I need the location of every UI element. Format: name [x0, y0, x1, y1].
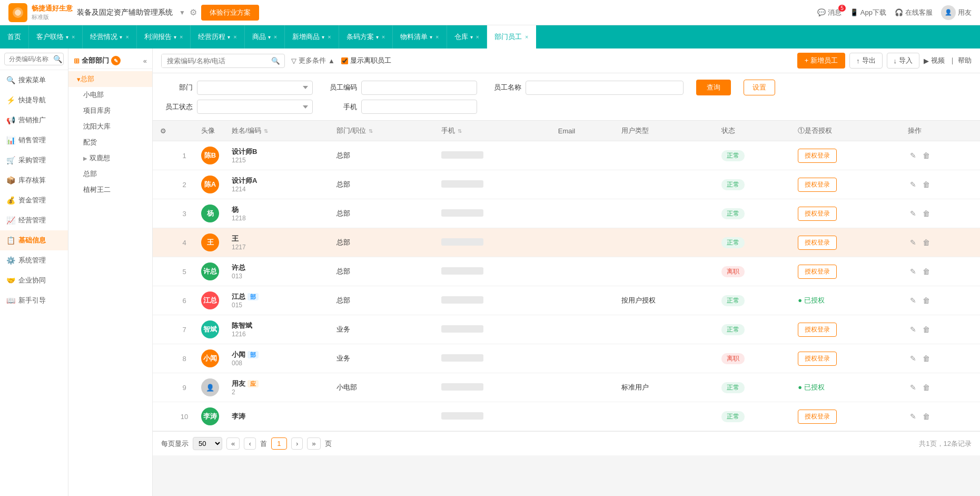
help-btn[interactable]: ｜ 帮助	[949, 56, 972, 65]
edit-btn[interactable]: ✎	[908, 208, 918, 219]
first-page-btn[interactable]: «	[226, 437, 240, 450]
auth-btn[interactable]: 授权登录	[798, 236, 837, 250]
sidebar-item-sales[interactable]: 📊 销售管理	[0, 130, 68, 150]
col-settings[interactable]: ⚙	[153, 121, 174, 141]
tab-close[interactable]: ×	[435, 34, 439, 40]
next-page-btn[interactable]: ›	[291, 437, 303, 450]
user-btn[interactable]: 👤 用友	[941, 5, 972, 20]
tree-item-shuanglu[interactable]: ▶ 双鹿想	[68, 150, 152, 166]
col-dept[interactable]: 部门/职位 ⇅	[330, 121, 435, 141]
tree-item-peihuo[interactable]: 配货	[68, 134, 152, 150]
tab-bom[interactable]: 物料清单 ▾ ×	[393, 25, 447, 48]
tab-profit[interactable]: 利润报告 ▾ ×	[137, 25, 191, 48]
tree-item-zongbu-sub[interactable]: 总部	[68, 166, 152, 182]
tab-close[interactable]: ×	[180, 34, 183, 40]
edit-btn[interactable]: ✎	[908, 353, 918, 364]
col-phone[interactable]: 手机 ⇅	[435, 121, 552, 141]
delete-btn[interactable]: 🗑	[920, 295, 932, 306]
delete-btn[interactable]: 🗑	[920, 382, 932, 393]
delete-btn[interactable]: 🗑	[920, 208, 932, 219]
tab-close[interactable]: ×	[476, 34, 479, 40]
edit-btn[interactable]: ✎	[908, 179, 918, 190]
sidebar-item-collab[interactable]: 🤝 企业协同	[0, 270, 68, 290]
edit-btn[interactable]: ✎	[908, 266, 918, 277]
sidebar-item-guide[interactable]: 📖 新手引导	[0, 290, 68, 310]
sidebar-item-system[interactable]: ⚙️ 系统管理	[0, 250, 68, 270]
tab-close-active[interactable]: ×	[525, 34, 528, 40]
more-filters-btn[interactable]: ▽ 更多条件 ▲	[291, 56, 335, 65]
tree-item-zongbu-main[interactable]: ▾ 总部	[68, 71, 152, 87]
tab-close[interactable]: ×	[328, 34, 331, 40]
message-btn[interactable]: 💬 消息 5	[817, 8, 842, 17]
phone-input[interactable]	[361, 100, 477, 114]
auth-btn[interactable]: 授权登录	[798, 265, 837, 279]
show-resigned-checkbox[interactable]	[341, 57, 348, 64]
sidebar-item-purchase[interactable]: 🛒 采购管理	[0, 150, 68, 170]
tab-journey[interactable]: 经营历程 ▾ ×	[191, 25, 244, 48]
auth-btn[interactable]: 授权登录	[798, 207, 837, 221]
tab-close[interactable]: ×	[72, 34, 75, 40]
video-btn[interactable]: ▶ 视频	[924, 56, 945, 65]
tab-operations[interactable]: 经营情况 ▾ ×	[83, 25, 136, 48]
delete-btn[interactable]: 🗑	[920, 237, 932, 248]
tree-item-xiaodian[interactable]: 小电部	[68, 87, 152, 103]
employee-search-btn[interactable]: 🔍	[267, 54, 284, 67]
emp-name-input[interactable]	[526, 81, 684, 95]
filter-set-btn[interactable]: 设置	[744, 80, 775, 95]
sidebar-item-marketing[interactable]: 📢 营销推广	[0, 110, 68, 130]
dept-select[interactable]	[197, 81, 313, 95]
employee-search-input[interactable]	[162, 54, 267, 67]
delete-btn[interactable]: 🗑	[920, 411, 932, 422]
auth-btn[interactable]: 授权登录	[798, 352, 837, 366]
edit-btn[interactable]: ✎	[908, 382, 918, 393]
try-industry-btn[interactable]: 体验行业方案	[201, 5, 259, 21]
auth-btn[interactable]: 授权登录	[798, 323, 837, 337]
tab-customer[interactable]: 客户联络 ▾ ×	[29, 25, 83, 48]
tab-close[interactable]: ×	[125, 34, 128, 40]
delete-btn[interactable]: 🗑	[920, 353, 932, 364]
prev-page-btn[interactable]: ‹	[244, 437, 255, 450]
edit-btn[interactable]: ✎	[908, 295, 918, 306]
tab-employees[interactable]: 部门员工 ×	[487, 25, 536, 48]
settings-icon[interactable]: ⚙	[190, 7, 197, 17]
sidebar-item-quick-nav[interactable]: ⚡ 快捷导航	[0, 90, 68, 110]
app-download-btn[interactable]: 📱 App下载	[850, 8, 886, 17]
tree-item-project-store[interactable]: 项目库房	[68, 103, 152, 119]
auth-btn[interactable]: 授权登录	[798, 149, 837, 163]
delete-btn[interactable]: 🗑	[920, 179, 932, 190]
tab-barcode[interactable]: 条码方案 ▾ ×	[339, 25, 393, 48]
col-name[interactable]: 姓名/编码 ⇅	[225, 121, 330, 141]
tab-close[interactable]: ×	[382, 34, 385, 40]
tab-close[interactable]: ×	[274, 34, 277, 40]
edit-btn[interactable]: ✎	[908, 237, 918, 248]
edit-btn[interactable]: ✎	[908, 411, 918, 422]
tree-item-shenyang[interactable]: 沈阳大库	[68, 119, 152, 134]
sidebar-item-finance[interactable]: 💰 资金管理	[0, 190, 68, 210]
per-page-select[interactable]: 50 20 100	[193, 437, 222, 450]
online-service-btn[interactable]: 🎧 在线客服	[895, 8, 933, 17]
show-resigned-label[interactable]: 显示离职员工	[341, 56, 391, 65]
system-title-arrow[interactable]: ▼	[179, 9, 185, 16]
import-btn[interactable]: ↓ 导入	[887, 53, 920, 69]
delete-btn[interactable]: 🗑	[920, 324, 932, 335]
tab-close[interactable]: ×	[233, 34, 236, 40]
tree-edit-icon[interactable]: ✎	[111, 56, 121, 65]
edit-btn[interactable]: ✎	[908, 324, 918, 335]
auth-btn[interactable]: 授权登录	[798, 410, 837, 424]
filter-search-btn[interactable]: 查询	[696, 80, 731, 95]
sidebar-item-search[interactable]: 🔍 搜索菜单	[0, 70, 68, 90]
delete-btn[interactable]: 🗑	[920, 150, 932, 161]
tab-home[interactable]: 首页	[0, 25, 29, 48]
emp-code-input[interactable]	[361, 81, 477, 95]
tab-new-goods[interactable]: 新增商品 ▾ ×	[285, 25, 339, 48]
edit-btn[interactable]: ✎	[908, 150, 918, 161]
export-btn[interactable]: ↑ 导出	[849, 53, 883, 69]
add-employee-btn[interactable]: + 新增员工	[797, 53, 845, 69]
delete-btn[interactable]: 🗑	[920, 266, 932, 277]
auth-btn[interactable]: 授权登录	[798, 178, 837, 192]
sidebar-item-basic-info[interactable]: 📋 基础信息	[0, 230, 68, 250]
tree-item-zhishu[interactable]: 植树王二	[68, 182, 152, 198]
tab-goods[interactable]: 商品 ▾ ×	[245, 25, 285, 48]
sidebar-item-inventory[interactable]: 📦 库存核算	[0, 170, 68, 190]
sidebar-item-operation[interactable]: 📈 经营管理	[0, 210, 68, 230]
